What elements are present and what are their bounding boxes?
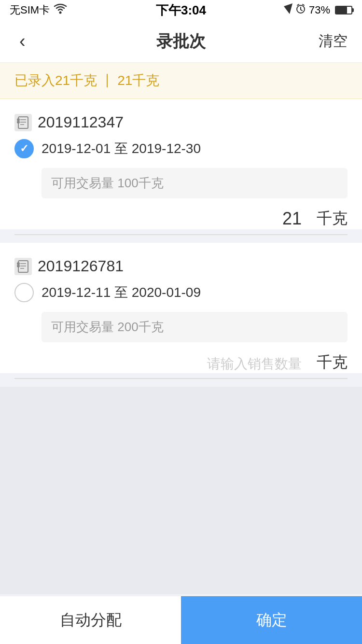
bottom-bar: 自动分配 确定 [0, 596, 362, 644]
auto-distribute-button[interactable]: 自动分配 [0, 596, 181, 644]
page-title: 录批次 [156, 30, 206, 53]
location-icon [284, 3, 292, 17]
status-left: 无SIM卡 [10, 3, 67, 17]
svg-point-12 [17, 121, 20, 124]
battery-icon [335, 6, 352, 14]
batch2-header: 2019126781 [14, 257, 348, 275]
batch1-date-row: ✓ 2019-12-01 至 2019-12-30 [14, 139, 348, 158]
status-bar: 无SIM卡 下午3:04 73% [0, 0, 362, 20]
svg-line-5 [297, 4, 299, 5]
sim-text: 无SIM卡 [10, 3, 50, 17]
battery-percent: 73% [309, 4, 330, 16]
status-right: 73% [284, 3, 352, 17]
batch1-icon [14, 114, 32, 131]
batch2-number: 2019126781 [38, 257, 124, 275]
gray-area [0, 387, 362, 594]
batch2-radio[interactable] [14, 283, 34, 302]
summary-recorded: 已录入21千克 [14, 71, 97, 90]
batch-card-1: 2019112347 ✓ 2019-12-01 至 2019-12-30 可用交… [0, 99, 362, 198]
svg-point-18 [17, 265, 20, 267]
batch1-qty-input[interactable] [92, 209, 309, 229]
svg-point-0 [59, 12, 62, 14]
batch1-qty-unit: 千克 [317, 208, 348, 229]
batch2-available: 可用交易量 200千克 [42, 312, 348, 342]
batch1-qty-row: 千克 [0, 198, 362, 229]
batch2-icon [14, 258, 32, 275]
alarm-icon [295, 3, 306, 17]
batch2-qty-row: 千克 [0, 342, 362, 373]
svg-marker-1 [284, 3, 292, 14]
batch1-radio[interactable]: ✓ [14, 139, 34, 158]
main-content: 2019112347 ✓ 2019-12-01 至 2019-12-30 可用交… [0, 99, 362, 643]
clear-button[interactable]: 清空 [319, 31, 348, 51]
batch1-number: 2019112347 [38, 113, 124, 131]
svg-line-4 [301, 10, 302, 11]
batch-card-2: 2019126781 2019-12-11 至 2020-01-09 可用交易量… [0, 243, 362, 342]
section-divider-1 [0, 235, 362, 243]
batch2-date-row: 2019-12-11 至 2020-01-09 [14, 283, 348, 302]
batch1-check: ✓ [20, 142, 28, 155]
status-time: 下午3:04 [156, 2, 206, 19]
back-button[interactable]: ‹ [14, 26, 30, 56]
svg-rect-7 [18, 117, 28, 128]
batch1-header: 2019112347 [14, 113, 348, 131]
summary-divider [107, 74, 108, 87]
summary-total: 21千克 [117, 71, 159, 90]
svg-rect-13 [18, 261, 28, 272]
svg-line-6 [303, 4, 304, 5]
section-divider-2 [0, 379, 362, 387]
nav-bar: ‹ 录批次 清空 [0, 20, 362, 63]
batch2-qty-input[interactable] [92, 352, 309, 373]
batch1-date: 2019-12-01 至 2019-12-30 [42, 140, 201, 158]
summary-bar: 已录入21千克 21千克 [0, 63, 362, 99]
batch2-qty-unit: 千克 [317, 352, 348, 373]
batch2-date: 2019-12-11 至 2020-01-09 [42, 283, 201, 302]
wifi-icon [54, 3, 67, 17]
confirm-button[interactable]: 确定 [181, 596, 362, 644]
batch1-available: 可用交易量 100千克 [42, 168, 348, 198]
